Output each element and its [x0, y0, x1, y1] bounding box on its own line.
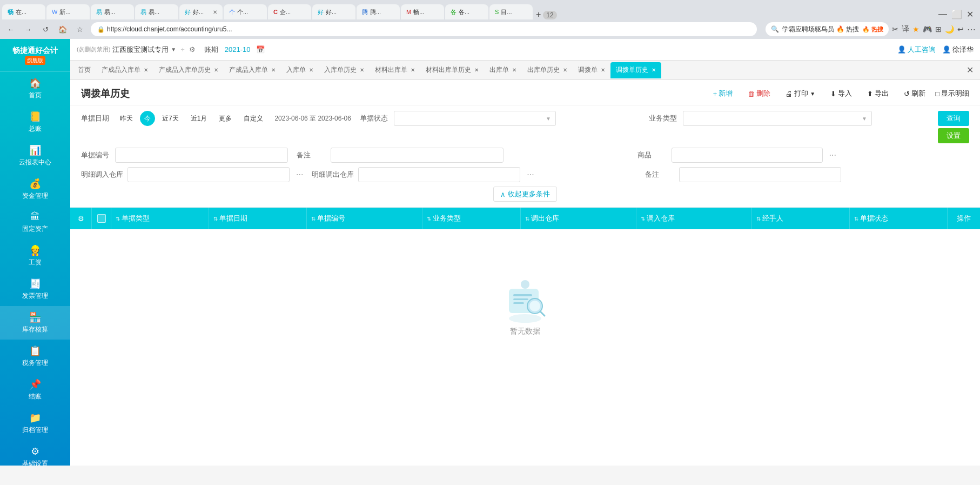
- tab-finished-inbound2[interactable]: 产成品入库单 ✕: [224, 62, 281, 78]
- browser-menu-4[interactable]: 🎮: [923, 25, 932, 34]
- biztype-select[interactable]: ▼: [683, 111, 872, 126]
- docnum-input[interactable]: [115, 148, 288, 163]
- goods-ellipsis[interactable]: ···: [829, 150, 836, 160]
- tab-inbound[interactable]: 入库单 ✕: [281, 62, 319, 78]
- browser-tab-8[interactable]: 好 好...: [312, 4, 355, 19]
- settings-btn[interactable]: 设置: [938, 128, 969, 143]
- sidebar-item-reports[interactable]: 📊 云报表中心: [0, 139, 70, 172]
- browser-tab-11[interactable]: 各 各...: [445, 4, 488, 19]
- address-input[interactable]: 🔒 https://cloud.chanjet.com/accounting/u…: [91, 22, 757, 36]
- sidebar-item-closing[interactable]: 📌 结账: [0, 373, 70, 407]
- remark2-input[interactable]: [679, 167, 841, 182]
- calendar-icon[interactable]: 📅: [256, 45, 265, 54]
- tab-finished-inbound-hist[interactable]: 产成品入库单历史 ✕: [153, 62, 224, 78]
- window-close[interactable]: ✕: [966, 9, 974, 19]
- th-date[interactable]: ⇅ 单据日期: [209, 208, 307, 229]
- th-doctype[interactable]: ⇅ 单据类型: [111, 208, 209, 229]
- select-all-checkbox[interactable]: [97, 214, 106, 223]
- browser-menu-3[interactable]: ★: [912, 25, 919, 34]
- forward-btn[interactable]: →: [22, 23, 35, 36]
- close-inbound-hist[interactable]: ✕: [360, 67, 364, 73]
- close-finished-inbound2[interactable]: ✕: [271, 67, 276, 73]
- new-btn[interactable]: + 新增: [708, 87, 739, 101]
- export-btn[interactable]: ⬆ 导出: [862, 87, 894, 101]
- refresh-toolbar-btn[interactable]: ↺ 刷新: [898, 87, 931, 101]
- service-btn[interactable]: 👤 人工咨询: [897, 45, 936, 55]
- browser-tab-5[interactable]: 好 好... ✕: [179, 4, 223, 19]
- status-select[interactable]: ▼: [394, 111, 556, 126]
- back-btn[interactable]: ←: [4, 23, 17, 36]
- th-handler[interactable]: ⇅ 经手人: [752, 208, 850, 229]
- sidebar-item-home[interactable]: 🏠 首页: [0, 72, 70, 105]
- sidebar-item-tax[interactable]: 📋 税务管理: [0, 340, 70, 373]
- detail-out-wh-input[interactable]: [358, 167, 520, 182]
- tab-outbound-hist[interactable]: 出库单历史 ✕: [522, 62, 573, 78]
- goods-input[interactable]: [672, 148, 823, 163]
- date-btn-today[interactable]: 今: [140, 111, 155, 126]
- tab-transfer-hist[interactable]: 调拨单历史 ✕: [610, 62, 661, 78]
- sidebar-item-ledger[interactable]: 📒 总账: [0, 105, 70, 139]
- user-btn[interactable]: 👤 徐泽华: [942, 45, 974, 55]
- window-maximize[interactable]: ⬜: [951, 9, 962, 19]
- home-btn[interactable]: 🏠: [56, 23, 69, 36]
- tab-transfer[interactable]: 调拨单 ✕: [573, 62, 610, 78]
- sidebar-item-assets[interactable]: 🏛 固定资产: [0, 206, 70, 239]
- tab-material-out-hist[interactable]: 材料出库单历史 ✕: [420, 62, 484, 78]
- browser-tab-9[interactable]: 腾 腾...: [357, 4, 400, 19]
- sidebar-item-invoice[interactable]: 🧾 发票管理: [0, 273, 70, 306]
- tab-finished-inbound[interactable]: 产成品入库单 ✕: [96, 62, 153, 78]
- new-tab-btn[interactable]: +: [536, 10, 541, 19]
- date-btn-custom[interactable]: 自定义: [239, 112, 268, 125]
- browser-tab-7[interactable]: C 企...: [268, 4, 311, 19]
- tab-close-panel[interactable]: ✕: [966, 65, 978, 75]
- browser-menu-1[interactable]: ✂: [892, 25, 898, 34]
- close-transfer-hist[interactable]: ✕: [652, 67, 656, 73]
- print-btn[interactable]: 🖨 打印 ▼: [780, 87, 821, 101]
- browser-tab-4[interactable]: 易 易...: [135, 4, 178, 19]
- sidebar-item-archive[interactable]: 📁 归档管理: [0, 407, 70, 440]
- browser-tab-6[interactable]: 个 个...: [224, 4, 267, 19]
- tab-close-5[interactable]: ✕: [213, 9, 217, 15]
- search-text[interactable]: 学霸应聘场驱鸟员 🔥 热搜: [782, 25, 859, 34]
- show-cols-btn[interactable]: □ 显示明细: [935, 89, 969, 98]
- browser-tab-12[interactable]: S 目...: [489, 4, 533, 19]
- th-status[interactable]: ⇅ 单据状态: [850, 208, 948, 229]
- sidebar-item-salary[interactable]: 👷 工资: [0, 239, 70, 273]
- browser-menu-5[interactable]: ⊞: [935, 25, 942, 34]
- close-transfer[interactable]: ✕: [601, 67, 605, 73]
- close-material-out-hist[interactable]: ✕: [474, 67, 479, 73]
- company-dropdown-icon[interactable]: ▼: [171, 46, 176, 52]
- th-docnum[interactable]: ⇅ 单据编号: [307, 208, 422, 229]
- browser-more[interactable]: ⋯: [967, 24, 976, 35]
- browser-menu-2[interactable]: 译: [902, 24, 909, 34]
- browser-tab-2[interactable]: W 新...: [46, 4, 90, 19]
- th-in-wh[interactable]: ⇅ 调入仓库: [636, 208, 752, 229]
- tab-inbound-hist[interactable]: 入库单历史 ✕: [319, 62, 370, 78]
- close-material-out[interactable]: ✕: [411, 67, 415, 73]
- date-btn-1month[interactable]: 近1月: [186, 112, 212, 125]
- refresh-btn[interactable]: ↺: [39, 23, 52, 36]
- detail-out-wh-ellipsis[interactable]: ···: [527, 170, 534, 180]
- detail-in-wh-input[interactable]: [127, 167, 290, 182]
- company-select[interactable]: (勿删勿禁用) 江西服宝测试专用 ▼: [77, 45, 176, 55]
- remark-input[interactable]: [331, 148, 504, 163]
- delete-btn[interactable]: 🗑 删除: [742, 87, 776, 101]
- th-out-wh[interactable]: ⇅ 调出仓库: [521, 208, 636, 229]
- th-biztype[interactable]: ⇅ 业务类型: [422, 208, 520, 229]
- sidebar-item-inventory[interactable]: 🏪 库存核算: [0, 306, 70, 340]
- browser-tab-10[interactable]: M 畅...: [401, 4, 444, 19]
- browser-menu-6[interactable]: 🌙: [945, 25, 954, 34]
- close-outbound-hist[interactable]: ✕: [563, 67, 567, 73]
- tab-home[interactable]: 首页: [72, 62, 96, 78]
- topbar-gear-icon[interactable]: ⚙: [189, 45, 196, 54]
- browser-menu-7[interactable]: ↩: [957, 25, 964, 34]
- tab-outbound[interactable]: 出库单 ✕: [484, 62, 522, 78]
- window-minimize[interactable]: —: [938, 9, 947, 19]
- star-btn[interactable]: ☆: [73, 23, 86, 36]
- close-finished-inbound-hist[interactable]: ✕: [214, 67, 218, 73]
- browser-tab-3[interactable]: 易 易...: [91, 4, 134, 19]
- query-btn[interactable]: 查询: [938, 111, 969, 126]
- collapse-filter-btn[interactable]: ∧ 收起更多条件: [493, 187, 557, 202]
- date-btn-more[interactable]: 更多: [214, 112, 237, 125]
- sidebar-item-funds[interactable]: 💰 资金管理: [0, 172, 70, 206]
